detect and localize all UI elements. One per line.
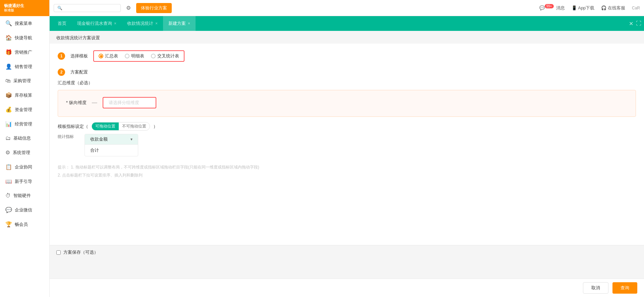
metrics-section: 模板指标设定（ 可拖动位置 不可拖动位置 ） 统计指标 收款金额 ▾ [58, 122, 636, 156]
sidebar-item-label: 新手引导 [15, 179, 32, 185]
user-name: CaR [632, 6, 640, 10]
sidebar-item-search[interactable]: 🔍 搜索菜单 [0, 16, 49, 31]
clipboard-icon: 📋 [5, 164, 12, 170]
sidebar-item-basic-info[interactable]: 🗂 基础信息 [0, 131, 49, 145]
tab-payment-close[interactable]: × [155, 21, 158, 26]
notification-badge: 99+ [545, 4, 554, 8]
headset-icon: 🎧 [601, 5, 606, 10]
sidebar-item-label: 系统管理 [13, 150, 30, 156]
sidebar-item-label: 库存核算 [15, 92, 32, 98]
gear-icon: ⚙ [5, 149, 10, 156]
bag-icon: 🛍 [5, 78, 11, 84]
dim-row-label: * 纵向维度 [66, 100, 87, 106]
sidebar-item-collab[interactable]: 📋 企业协同 [0, 160, 49, 174]
download-label: App下载 [578, 5, 594, 10]
step2-badge: 2 [58, 68, 65, 76]
sidebar-item-hardware[interactable]: ⏱ 智能硬件 [0, 189, 49, 203]
close-icon[interactable]: ✕ [629, 20, 633, 27]
tab-new-plan[interactable]: 新建方案 × [163, 16, 196, 31]
tab-cashflow-label: 现金银行流水查询 [77, 20, 112, 27]
trophy-icon: 🏆 [5, 221, 12, 228]
form-card: 1 选择模板 汇总表 明细表 交叉统计表 [50, 44, 644, 245]
sidebar-item-inventory[interactable]: 📦 库存核算 [0, 88, 49, 102]
radio-cross[interactable]: 交叉统计表 [151, 53, 179, 59]
sidebar-item-label: 智能硬件 [13, 193, 31, 199]
arrow-icon: — [92, 100, 97, 106]
sidebar-item-label: 企业微信 [15, 207, 32, 213]
tab-cashflow[interactable]: 现金银行流水查询 × [72, 16, 122, 31]
save-plan-label: 方案保存（可选） [63, 249, 98, 255]
hint-section: 提示： 1. 拖动标题栏可以调整布局，不可跨维度或指标区域拖动栏目字段(只能在同… [58, 163, 636, 179]
metrics-col-header: 收款金额 ▾ [85, 134, 138, 145]
col-header-label: 收款金额 [90, 136, 108, 142]
service-area[interactable]: 🎧 在线客服 [601, 5, 625, 11]
radio-detail[interactable]: 明细表 [125, 53, 144, 59]
metrics-table: 收款金额 ▾ 合计 [85, 134, 138, 156]
cancel-button[interactable]: 取消 [583, 282, 608, 294]
toggle-draggable[interactable]: 可拖动位置 [92, 122, 119, 130]
stats-label: 统计指标 [58, 134, 74, 140]
tabbar-actions: ✕ ⛶ [629, 20, 641, 27]
sidebar-item-operations[interactable]: 📊 经营管理 [0, 117, 49, 131]
query-button[interactable]: 查询 [612, 282, 637, 294]
sidebar-item-label: 基础信息 [13, 135, 31, 141]
sidebar-item-nav[interactable]: 🏠 快捷导航 [0, 31, 49, 45]
tab-cashflow-close[interactable]: × [114, 21, 116, 26]
step1-badge: 1 [58, 52, 65, 60]
notification-area[interactable]: 💬 99+ 消息 [539, 5, 565, 11]
sidebar-item-label: 经营管理 [15, 121, 32, 127]
tab-new-plan-close[interactable]: × [188, 21, 190, 26]
tab-home[interactable]: 首页 [52, 16, 72, 31]
hint-line-2: 2. 点击标题栏下拉可设置排序、插入列和删除列 [58, 171, 636, 179]
radio-detail-circle [125, 54, 129, 58]
industry-btn[interactable]: 体验行业方案 [136, 3, 172, 13]
sidebar-item-weixin[interactable]: 💬 企业微信 [0, 203, 49, 217]
chevron-down-icon[interactable]: ▾ [130, 137, 132, 142]
metrics-table-area: 统计指标 收款金额 ▾ 合计 [58, 134, 636, 156]
sidebar-item-member[interactable]: 🏆 畅会员 [0, 217, 49, 232]
radio-cross-circle [151, 54, 156, 58]
toggle-fixed[interactable]: 不可拖动位置 [119, 122, 150, 130]
sidebar-item-guide[interactable]: 📖 新手引导 [0, 174, 49, 189]
tab-payment-label: 收款情况统计 [127, 20, 153, 27]
dim-select[interactable]: 请选择分组维度 [103, 97, 156, 108]
chart-icon: 📊 [5, 121, 12, 127]
save-plan-checkbox[interactable] [56, 250, 61, 255]
step2-label: 方案配置 [70, 69, 88, 75]
topbar-search-box[interactable]: 🔍 [54, 4, 121, 12]
radio-summary[interactable]: 汇总表 [99, 53, 118, 59]
notification-label: 消息 [556, 5, 565, 10]
topbar-right: 💬 99+ 消息 📱 App下载 🎧 在线客服 CaR [539, 5, 640, 11]
maximize-icon[interactable]: ⛶ [636, 20, 641, 27]
box-icon: 📦 [5, 92, 12, 98]
sidebar-item-finance[interactable]: 💰 资金管理 [0, 102, 49, 117]
folder-icon: 🗂 [5, 135, 11, 141]
tab-home-label: 首页 [58, 20, 66, 27]
home-icon: 🏠 [5, 35, 12, 41]
sidebar-item-label: 快捷导航 [15, 35, 32, 41]
sidebar-item-purchase[interactable]: 🛍 采购管理 [0, 74, 49, 88]
radio-detail-label: 明细表 [131, 53, 144, 59]
book-icon: 📖 [5, 178, 12, 185]
chat-icon: 💬 [5, 207, 12, 213]
step1-label: 选择模板 [70, 53, 88, 59]
template-radio-group: 汇总表 明细表 交叉统计表 [93, 50, 184, 62]
sidebar-item-sales[interactable]: 👤 销售管理 [0, 59, 49, 74]
download-area[interactable]: 📱 App下载 [572, 5, 594, 11]
dim-row: * 纵向维度 — 请选择分组维度 [66, 97, 628, 108]
toggle-pill: 可拖动位置 不可拖动位置 [92, 122, 150, 131]
device-icon: ⏱ [5, 193, 11, 199]
settings-icon[interactable]: ⚙ [126, 5, 131, 11]
hint-line-1: 提示： 1. 拖动标题栏可以调整布局，不可跨维度或指标区域拖动栏目字段(只能在同… [58, 163, 636, 171]
step2-row: 2 方案配置 [58, 68, 636, 76]
logo-text: 畅捷通好生 [4, 3, 24, 8]
gift-icon: 🎁 [5, 49, 12, 55]
sidebar-item-marketing[interactable]: 🎁 营销推广 [0, 45, 49, 59]
dimension-section: 汇总维度（必选） * 纵向维度 — 请选择分组维度 [58, 80, 636, 117]
sidebar-item-label: 营销推广 [15, 49, 32, 55]
tabbar: 首页 现金银行流水查询 × 收款情况统计 × 新建方案 × ✕ ⛶ [50, 16, 644, 31]
sidebar-item-system[interactable]: ⚙ 系统管理 [0, 145, 49, 160]
radio-summary-circle [99, 54, 103, 58]
tab-payment[interactable]: 收款情况统计 × [122, 16, 163, 31]
logo-sub: 标准版 [4, 8, 24, 13]
